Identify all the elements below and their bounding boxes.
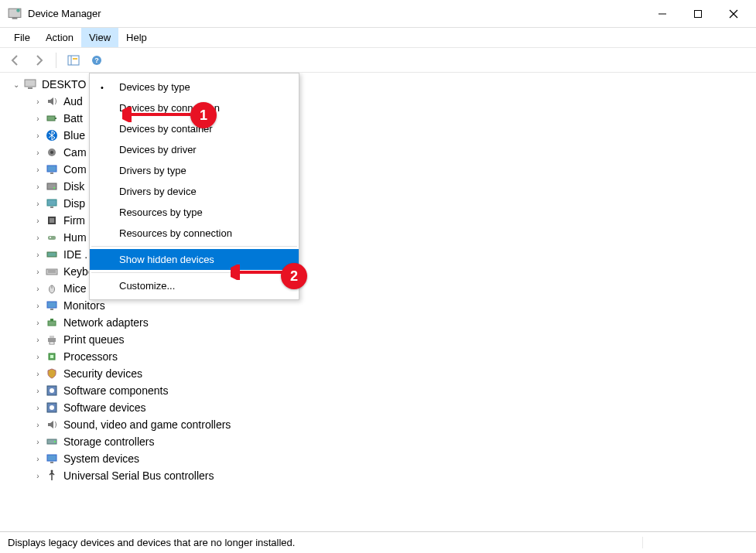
expand-icon[interactable]: ›: [32, 317, 43, 328]
tree-item[interactable]: ›Software devices: [31, 399, 756, 416]
svg-rect-9: [73, 58, 77, 60]
dropdown-item[interactable]: Resources by connection: [90, 223, 299, 244]
annotation-badge-2: 2: [281, 263, 307, 289]
minimize-button[interactable]: [645, 2, 680, 26]
expand-icon[interactable]: ›: [32, 351, 43, 362]
cpu-icon: [45, 350, 59, 364]
dropdown-item[interactable]: Drivers by device: [90, 181, 299, 202]
svg-rect-35: [47, 302, 56, 308]
svg-text:?: ?: [94, 56, 99, 64]
svg-rect-41: [50, 342, 54, 344]
svg-rect-21: [47, 183, 56, 189]
back-button[interactable]: [6, 51, 25, 70]
tree-item[interactable]: ›Processors: [31, 348, 756, 365]
expand-icon[interactable]: ›: [32, 215, 43, 226]
tree-item[interactable]: ›Storage controllers: [31, 433, 756, 450]
tree-item[interactable]: ›System devices: [31, 450, 756, 467]
annotation-badge-1: 1: [190, 102, 217, 128]
expand-icon[interactable]: ›: [32, 198, 43, 209]
speaker-icon: [45, 418, 59, 432]
forward-button[interactable]: [29, 51, 48, 70]
security-icon: [45, 367, 59, 381]
maximize-button[interactable]: [680, 2, 716, 26]
software-icon: [45, 401, 59, 415]
svg-point-45: [50, 388, 54, 393]
expand-icon[interactable]: ›: [32, 453, 43, 464]
storage-icon: [45, 435, 59, 449]
dropdown-item[interactable]: Drivers by type: [90, 160, 299, 181]
expand-icon[interactable]: ›: [32, 96, 43, 107]
tree-item-label: System devices: [63, 452, 139, 465]
expand-icon[interactable]: ›: [32, 130, 43, 141]
expand-icon[interactable]: ›: [32, 232, 43, 243]
expand-icon[interactable]: ›: [32, 147, 43, 158]
tree-item[interactable]: ›Sound, video and game controllers: [31, 416, 756, 433]
dropdown-item[interactable]: Resources by type: [90, 202, 299, 223]
tree-item-label: Network adapters: [63, 316, 149, 329]
svg-rect-50: [47, 455, 56, 461]
body-area: ⌄ DESKTO ›Aud›Batt›Blue›Cam›Com›Disk›Dis…: [0, 73, 756, 529]
dropdown-item[interactable]: Show hidden devices: [90, 249, 299, 270]
help-button[interactable]: ?: [87, 51, 106, 70]
svg-rect-7: [68, 56, 79, 65]
tree-item-label: Disp: [63, 197, 85, 210]
menu-file[interactable]: File: [6, 28, 38, 47]
tree-item-label: Processors: [63, 350, 118, 363]
expand-icon[interactable]: ›: [32, 283, 43, 294]
expand-icon[interactable]: ›: [32, 470, 43, 481]
tree-item[interactable]: ›Universal Serial Bus controllers: [31, 467, 756, 484]
status-bar: Displays legacy devices and devices that…: [0, 531, 756, 553]
svg-rect-40: [50, 336, 54, 338]
battery-icon: [45, 111, 59, 125]
expand-icon[interactable]: ›: [32, 402, 43, 413]
tree-item[interactable]: ›Network adapters: [31, 314, 756, 331]
tree-item[interactable]: ›Software components: [31, 382, 756, 399]
expand-icon[interactable]: ›: [32, 249, 43, 260]
svg-rect-27: [48, 236, 56, 240]
usb-icon: [45, 469, 59, 483]
expand-icon[interactable]: ›: [32, 436, 43, 447]
tree-item-label: Aud: [63, 95, 83, 108]
expand-icon[interactable]: ›: [32, 113, 43, 124]
svg-point-2: [16, 9, 20, 12]
toolbar: ?: [0, 48, 756, 73]
tree-item-label: Universal Serial Bus controllers: [63, 469, 214, 482]
expand-icon[interactable]: ›: [32, 300, 43, 311]
collapse-icon[interactable]: ⌄: [11, 79, 22, 90]
expand-icon[interactable]: ›: [32, 368, 43, 379]
menu-bar: File Action View Help: [0, 28, 756, 48]
menu-action[interactable]: Action: [38, 28, 81, 47]
bluetooth-icon: [45, 128, 59, 142]
expand-icon[interactable]: ›: [32, 385, 43, 396]
close-button[interactable]: [716, 2, 751, 26]
tree-root-label: DESKTO: [42, 78, 86, 90]
dropdown-item[interactable]: Devices by type•: [90, 77, 299, 97]
svg-rect-20: [50, 172, 53, 174]
status-text: Displays legacy devices and devices that…: [5, 537, 643, 548]
svg-rect-36: [50, 309, 53, 310]
show-hide-tree-button[interactable]: [64, 51, 83, 70]
expand-icon[interactable]: ›: [32, 266, 43, 277]
tree-item-label: Firm: [63, 214, 85, 227]
network-icon: [45, 316, 59, 329]
tree-item-label: IDE .: [63, 248, 87, 261]
check-icon: •: [101, 83, 104, 92]
tree-item-label: Storage controllers: [63, 435, 155, 448]
svg-point-22: [53, 187, 55, 189]
svg-rect-13: [28, 87, 32, 89]
menu-view[interactable]: View: [81, 28, 118, 47]
expand-icon[interactable]: ›: [32, 419, 43, 430]
svg-rect-38: [50, 319, 53, 321]
dropdown-item[interactable]: Devices by driver: [90, 139, 299, 160]
tree-item[interactable]: ›Security devices: [31, 365, 756, 382]
expand-icon[interactable]: ›: [32, 164, 43, 175]
tree-item[interactable]: ›Print queues: [31, 331, 756, 348]
menu-help[interactable]: Help: [118, 28, 155, 47]
svg-rect-26: [50, 218, 54, 223]
dropdown-item[interactable]: Customize...: [90, 275, 299, 296]
expand-icon[interactable]: ›: [32, 181, 43, 192]
toolbar-separator: [56, 53, 56, 68]
disk-icon: [45, 179, 59, 193]
title-bar: Device Manager: [0, 0, 756, 28]
expand-icon[interactable]: ›: [32, 334, 43, 345]
